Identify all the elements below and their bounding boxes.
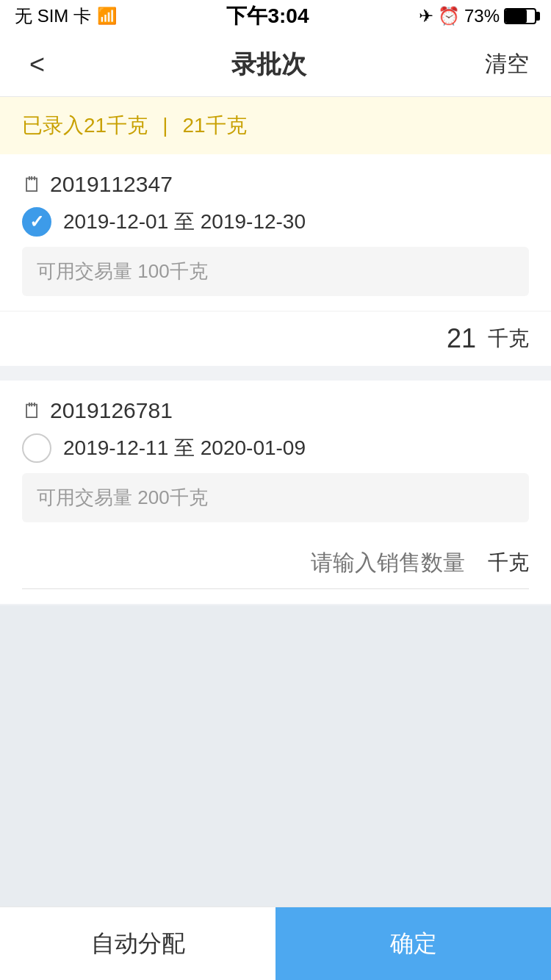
status-left: 无 SIM 卡 📶	[15, 4, 117, 28]
section-divider	[0, 367, 551, 381]
confirm-button[interactable]: 确定	[276, 907, 551, 980]
available-2: 可用交易量 200千克	[22, 473, 529, 522]
back-button[interactable]: <	[22, 42, 52, 87]
radio-btn-1[interactable]	[22, 207, 51, 237]
batch-header-2: 🗒 2019126781	[0, 381, 551, 430]
info-bar: 已录入21千克 | 21千克	[0, 97, 551, 154]
batch-id-1: 2019112347	[50, 172, 173, 197]
status-time: 下午3:04	[226, 2, 309, 30]
amount-unit-2: 千克	[488, 549, 529, 577]
wifi-icon: 📶	[97, 7, 117, 26]
amount-unit-1: 千克	[488, 325, 529, 353]
info-value: 21千克	[182, 112, 246, 140]
carrier-text: 无 SIM 卡	[15, 4, 91, 28]
clear-button[interactable]: 清空	[485, 49, 529, 79]
location-icon: ✈	[419, 6, 433, 26]
batch-card-1: 🗒 2019112347 2019-12-01 至 2019-12-30 可用交…	[0, 154, 551, 366]
auto-distribute-button[interactable]: 自动分配	[0, 907, 276, 980]
available-1: 可用交易量 100千克	[22, 247, 529, 296]
recorded-label: 已录入21千克	[22, 112, 148, 140]
alarm-icon: ⏰	[438, 6, 460, 26]
radio-btn-2[interactable]	[22, 433, 51, 463]
status-bar: 无 SIM 卡 📶 下午3:04 ✈ ⏰ 73%	[0, 0, 551, 32]
batch-row-1[interactable]: 2019-12-01 至 2019-12-30	[0, 204, 551, 239]
amount-row-1: 21 千克	[0, 311, 551, 366]
battery-icon	[504, 8, 536, 24]
batch-id-icon-2: 🗒	[22, 399, 43, 423]
info-divider: |	[162, 114, 168, 137]
nav-bar: < 录批次 清空	[0, 32, 551, 97]
sales-quantity-input[interactable]	[22, 550, 476, 575]
date-range-2: 2019-12-11 至 2020-01-09	[63, 434, 306, 462]
bottom-buttons: 自动分配 确定	[0, 907, 551, 980]
batch-row-2[interactable]: 2019-12-11 至 2020-01-09	[0, 430, 551, 466]
batch-id-icon-1: 🗒	[22, 173, 43, 197]
amount-input-row-2[interactable]: 千克	[0, 537, 551, 588]
amount-value-1: 21	[447, 323, 476, 354]
battery-percent: 73%	[464, 6, 500, 26]
batch-header-1: 🗒 2019112347	[0, 154, 551, 204]
page-title: 录批次	[231, 48, 306, 82]
status-right: ✈ ⏰ 73%	[419, 6, 536, 26]
batch-id-2: 2019126781	[50, 398, 173, 423]
card-bottom-padding	[0, 589, 551, 604]
empty-area	[0, 605, 551, 929]
date-range-1: 2019-12-01 至 2019-12-30	[63, 208, 306, 236]
batch-card-2: 🗒 2019126781 2019-12-11 至 2020-01-09 可用交…	[0, 381, 551, 604]
